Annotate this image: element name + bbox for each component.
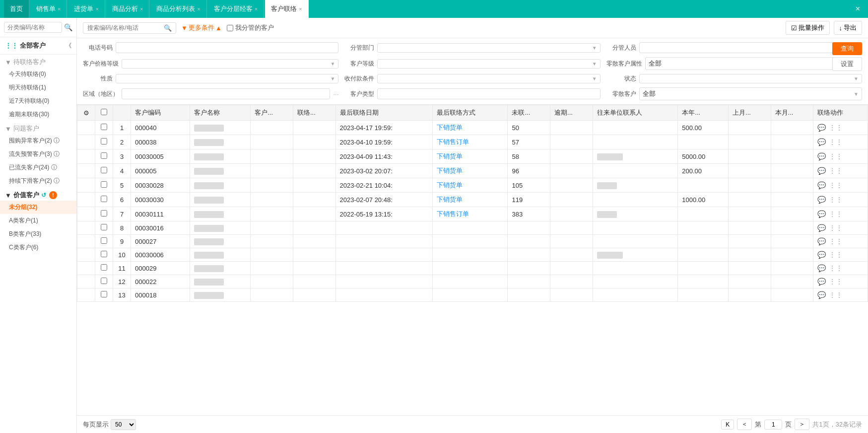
cell-checkbox[interactable]: [95, 207, 113, 221]
tab-analysis[interactable]: 商品分析 ×: [106, 0, 149, 18]
sidebar-section-problem[interactable]: ▼ 问题客户: [0, 121, 76, 134]
cell-last-contact-method[interactable]: 下销售订单: [433, 207, 508, 221]
sidebar-section-pending[interactable]: ▼ 待联络客户: [0, 55, 76, 68]
contact-method-link[interactable]: 下销货单: [437, 196, 463, 203]
col-contact[interactable]: 联络...: [293, 105, 335, 121]
col-last-contact-method[interactable]: 最后联络方式: [433, 105, 508, 121]
export-button[interactable]: ↓ 导出: [834, 21, 863, 35]
tab-analysis-list[interactable]: 商品分析列表 ×: [150, 0, 206, 18]
contact-method-link[interactable]: 下销售订单: [437, 138, 469, 145]
filter-my-customers[interactable]: 我分管的客户: [227, 23, 274, 32]
cell-last-contact-method[interactable]: 下销货单: [433, 193, 508, 207]
col-last-month[interactable]: 上月...: [729, 105, 771, 121]
chat-icon[interactable]: 💬: [817, 138, 826, 146]
cell-checkbox[interactable]: [95, 135, 113, 149]
row-checkbox[interactable]: [101, 224, 107, 230]
sidebar-item-ungrouped[interactable]: 未分组(32): [0, 201, 76, 214]
chat-icon[interactable]: 💬: [817, 196, 826, 204]
cell-checkbox[interactable]: [95, 262, 113, 275]
filter-select-retail[interactable]: 全部 ▼: [639, 87, 862, 100]
cell-checkbox[interactable]: [95, 289, 113, 302]
cell-last-contact-method[interactable]: 下销货单: [433, 121, 508, 135]
tab-analysis-close[interactable]: ×: [140, 6, 143, 12]
filter-more-button[interactable]: ▼ 更多条件 ▲: [181, 23, 222, 32]
cell-last-contact-method[interactable]: 下销货单: [433, 178, 508, 193]
contact-method-link[interactable]: 下销售订单: [437, 210, 469, 217]
cell-last-contact-method[interactable]: 下销货单: [433, 149, 508, 164]
sidebar-section-value[interactable]: ▼ 价值客户 ↺ !: [0, 188, 76, 201]
cell-checkbox[interactable]: [95, 275, 113, 289]
select-all-checkbox[interactable]: [101, 109, 107, 115]
filter-select-status[interactable]: ▼: [639, 74, 862, 83]
filter-input-manager[interactable]: [639, 42, 854, 53]
sidebar-item-tomorrow[interactable]: 明天待联络(1): [0, 81, 76, 94]
col-code[interactable]: 客户编码: [131, 105, 190, 121]
col-settings[interactable]: ⚙: [77, 105, 95, 121]
grid-icon[interactable]: ⋮⋮: [829, 291, 843, 299]
cell-last-contact-method[interactable]: 下销货单: [433, 164, 508, 178]
chat-icon[interactable]: 💬: [817, 181, 826, 189]
row-checkbox[interactable]: [101, 181, 107, 188]
filter-select-dept[interactable]: ▼: [377, 43, 600, 53]
filter-search-icon[interactable]: 🔍: [164, 24, 172, 32]
col-overdue[interactable]: 逾期...: [550, 105, 593, 121]
sidebar-item-churned[interactable]: 已流失客户(24) ⓘ: [0, 161, 76, 174]
sidebar-search-icon[interactable]: 🔍: [64, 23, 72, 31]
prev-page-button[interactable]: ＜: [737, 419, 752, 430]
tab-sales-close[interactable]: ×: [58, 6, 61, 12]
sidebar-collapse-icon[interactable]: 《: [66, 42, 71, 50]
col-type[interactable]: 客户...: [251, 105, 293, 121]
tab-purchase[interactable]: 进货单 ×: [68, 0, 105, 18]
row-checkbox[interactable]: [101, 124, 107, 130]
row-checkbox[interactable]: [101, 237, 107, 244]
row-checkbox[interactable]: [101, 210, 107, 216]
cell-checkbox[interactable]: [95, 164, 113, 178]
chat-icon[interactable]: 💬: [817, 291, 826, 299]
grid-icon[interactable]: ⋮⋮: [829, 167, 843, 175]
chat-icon[interactable]: 💬: [817, 264, 826, 272]
tab-analysis-list-close[interactable]: ×: [197, 6, 200, 12]
grid-icon[interactable]: ⋮⋮: [829, 124, 843, 132]
filter-select-payment[interactable]: ▼: [377, 74, 600, 83]
cell-checkbox[interactable]: [95, 235, 113, 248]
chat-icon[interactable]: 💬: [817, 251, 826, 259]
sidebar-item-c-class[interactable]: C类客户(6): [0, 241, 76, 254]
grid-icon[interactable]: ⋮⋮: [829, 237, 843, 245]
filter-input-customer-type[interactable]: [377, 88, 600, 99]
chat-icon[interactable]: 💬: [817, 124, 826, 132]
contact-method-link[interactable]: 下销货单: [437, 167, 463, 174]
row-checkbox[interactable]: [101, 278, 107, 284]
sidebar-item-today[interactable]: 今天待联络(0): [0, 68, 76, 81]
next-page-button[interactable]: ＞: [795, 419, 809, 430]
cell-checkbox[interactable]: [95, 193, 113, 207]
row-checkbox[interactable]: [101, 196, 107, 202]
filter-select-retail-attr[interactable]: 全部 ▼: [645, 57, 862, 70]
grid-icon[interactable]: ⋮⋮: [829, 251, 843, 259]
chat-icon[interactable]: 💬: [817, 224, 826, 232]
sidebar-search-input[interactable]: [4, 22, 62, 33]
filter-search-input[interactable]: [87, 24, 162, 31]
my-customers-checkbox[interactable]: [227, 25, 233, 31]
sidebar-item-7days[interactable]: 近7天待联络(0): [0, 94, 76, 108]
cell-checkbox[interactable]: [95, 248, 113, 262]
cell-checkbox[interactable]: [95, 121, 113, 135]
tab-customer-segment-close[interactable]: ×: [255, 6, 258, 12]
sidebar-item-b-class[interactable]: B类客户(33): [0, 227, 76, 241]
per-page-select[interactable]: 50 100 200: [111, 419, 136, 430]
tab-customer-contact[interactable]: 客户联络 ×: [265, 0, 308, 18]
sidebar-item-hoard-abnormal[interactable]: 囤购异常客户(2) ⓘ: [0, 134, 76, 147]
tab-home[interactable]: 首页: [4, 0, 29, 18]
cell-checkbox[interactable]: [95, 178, 113, 193]
tab-purchase-close[interactable]: ×: [95, 6, 98, 12]
grid-icon[interactable]: ⋮⋮: [829, 138, 843, 146]
grid-icon[interactable]: ⋮⋮: [829, 210, 843, 218]
sidebar-item-overdue[interactable]: 逾期未联络(30): [0, 108, 76, 121]
row-checkbox[interactable]: [101, 138, 107, 144]
close-all-button[interactable]: ×: [852, 4, 864, 13]
sidebar-item-a-class[interactable]: A类客户(1): [0, 214, 76, 227]
region-dots[interactable]: ···: [333, 90, 338, 98]
col-this-month[interactable]: 本月...: [771, 105, 813, 121]
col-checkbox[interactable]: [95, 105, 113, 121]
cell-last-contact-method[interactable]: 下销售订单: [433, 135, 508, 149]
refresh-icon[interactable]: ↺: [41, 192, 46, 199]
